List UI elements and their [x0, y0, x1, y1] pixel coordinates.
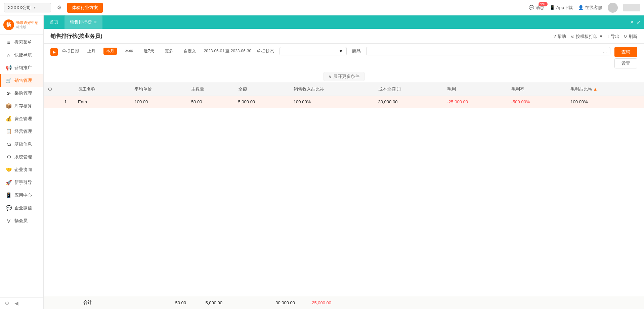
- sidebar-icon-enterprise: 🤝: [6, 167, 12, 173]
- message-icon: 💬: [529, 5, 534, 10]
- maximize-icon[interactable]: ⤢: [637, 19, 641, 25]
- sidebar-icon-search-orders: ≡: [6, 40, 12, 45]
- sidebar-item-operations[interactable]: 📋 经营管理: [0, 125, 43, 138]
- sidebar-bottom: ⚙ ◀: [0, 297, 43, 309]
- trial-button[interactable]: 体验行业方案: [67, 3, 103, 13]
- main-area: 畅 畅康通好生意 标准版 ≡ 搜索菜单 ⌂ 快捷导航 📢 营销推广 🛒 销售管理…: [0, 15, 644, 309]
- table-header: ⚙ 员工名称 平均单价 主数量 全额 销售收入占比% 成本全额 ⓘ: [44, 83, 644, 96]
- refresh-btn[interactable]: ↻ 刷新: [624, 34, 637, 40]
- sidebar-item-marketing[interactable]: 📢 营销推广: [0, 61, 43, 74]
- app-download-label: App下载: [556, 5, 573, 11]
- row-employee: Eam: [74, 96, 130, 108]
- sidebar-item-search-orders[interactable]: ≡ 搜索菜单: [0, 36, 43, 49]
- settings-bottom-icon[interactable]: ⚙: [5, 300, 9, 306]
- sidebar-item-purchase-mgmt[interactable]: 🛍 采购管理: [0, 87, 43, 100]
- print-btn[interactable]: 🖨 按模板打印 ▼: [570, 34, 603, 40]
- message-badge: 99+: [539, 2, 548, 6]
- sidebar-label-app-center: 应用中心: [14, 192, 32, 198]
- date-option-7days[interactable]: 近7天: [141, 48, 157, 55]
- help-btn[interactable]: ? 帮助: [553, 34, 566, 40]
- sidebar-item-sys-mgmt[interactable]: ⚙ 系统管理: [0, 151, 43, 163]
- row-sales-pct: 100.00%: [290, 96, 374, 108]
- settings-button[interactable]: 设置: [614, 58, 637, 68]
- status-dropdown-icon: ▼: [339, 49, 343, 54]
- message-btn[interactable]: 💬 消息 99+: [529, 5, 544, 11]
- sidebar-icon-purchase-mgmt: 🛍: [6, 91, 12, 96]
- header-row: ⚙ 员工名称 平均单价 主数量 全额 销售收入占比% 成本全额 ⓘ: [44, 83, 644, 96]
- column-settings-icon[interactable]: ⚙: [48, 86, 52, 92]
- sidebar-item-guide[interactable]: 🚀 新手引导: [0, 176, 43, 189]
- date-option-last-month[interactable]: 上月: [85, 48, 98, 55]
- avatar-placeholder: [623, 4, 640, 11]
- filter-main-row: ▶ 单据日期 上月 本月 本年 近7天 更多: [50, 47, 637, 68]
- export-icon: ↑: [607, 34, 610, 39]
- expand-more-btn[interactable]: ∨ 展开更多条件: [324, 72, 364, 81]
- sidebar-label-purchase-mgmt: 采购管理: [14, 90, 32, 96]
- company-selector[interactable]: XXXXX公司 ▼: [4, 3, 51, 12]
- sidebar-item-base-info[interactable]: 🗂 基础信息: [0, 138, 43, 151]
- th-settings[interactable]: ⚙: [44, 83, 57, 96]
- sidebar-icon-marketing: 📢: [6, 65, 12, 71]
- filter-row-1: 单据日期 上月 本月 本年 近7天 更多 自定义 2023-06-01 至 20…: [62, 47, 610, 55]
- date-option-custom[interactable]: 自定义: [181, 48, 199, 55]
- close-window-icon[interactable]: ✕: [630, 19, 634, 25]
- table-body: 1 Eam 100.00 50.00 5,000.00 100.00% 30,0…: [44, 96, 644, 108]
- sidebar-icon-sales-mgmt: 🛒: [6, 78, 12, 84]
- tab-home[interactable]: 首页: [44, 15, 65, 29]
- footer-cost: 30,000.00: [261, 300, 295, 305]
- online-service-btn[interactable]: 👤 在线客服: [578, 5, 602, 11]
- print-dropdown-icon[interactable]: ▼: [599, 34, 603, 39]
- sidebar-icon-quick-nav: ⌂: [6, 52, 12, 58]
- sidebar-item-finance[interactable]: 💰 资金管理: [0, 112, 43, 125]
- cost-info-icon[interactable]: ⓘ: [397, 87, 401, 92]
- goods-input[interactable]: ...: [366, 47, 610, 55]
- row-avg-price: 100.00: [130, 96, 187, 108]
- sidebar-item-inventory[interactable]: 📦 库存核算: [0, 100, 43, 112]
- sidebar-icon-base-info: 🗂: [6, 142, 12, 147]
- query-button[interactable]: 查询: [614, 47, 637, 57]
- sidebar-icon-inventory: 📦: [6, 103, 12, 109]
- date-option-this-month[interactable]: 本月: [103, 48, 117, 55]
- logo-icon: 畅: [3, 19, 14, 30]
- sidebar-items: ≡ 搜索菜单 ⌂ 快捷导航 📢 营销推广 🛒 销售管理 🛍 采购管理 📦 库存核…: [0, 35, 43, 297]
- goods-label: 商品: [352, 48, 361, 54]
- filter-expand-arrow[interactable]: ▶: [50, 47, 58, 56]
- sidebar-label-enterprise: 企业协同: [14, 167, 32, 173]
- sidebar-item-app-center[interactable]: 📱 应用中心: [0, 189, 43, 202]
- avatar[interactable]: [608, 3, 618, 13]
- expand-label: 展开更多条件: [333, 73, 359, 80]
- status-select[interactable]: ▼: [280, 47, 347, 55]
- sidebar-icon-finance: 💰: [6, 116, 12, 122]
- sidebar-label-inventory: 库存核算: [14, 103, 32, 109]
- logo-main-text: 畅康通好生意: [16, 20, 38, 25]
- collapse-icon[interactable]: ◀: [14, 300, 18, 306]
- export-btn[interactable]: ↑ 导出: [607, 34, 620, 40]
- service-icon: 👤: [578, 5, 584, 10]
- sidebar-label-finance: 资金管理: [14, 116, 32, 122]
- tab-close-icon[interactable]: ✕: [94, 20, 97, 24]
- date-option-more[interactable]: 更多: [162, 48, 176, 55]
- chevron-down-icon: ▼: [33, 6, 36, 9]
- row-gross-pct: 100.00%: [566, 96, 644, 108]
- sidebar-label-quick-nav: 快捷导航: [14, 52, 32, 58]
- date-option-this-year[interactable]: 本年: [122, 48, 136, 55]
- sidebar-item-wechat[interactable]: 💬 企业微信: [0, 202, 43, 214]
- sidebar-item-quick-nav[interactable]: ⌂ 快捷导航: [0, 49, 43, 61]
- sidebar-label-member: 畅会员: [14, 218, 28, 224]
- app-download-btn[interactable]: 📱 App下载: [550, 5, 573, 11]
- tab-sales-ranking[interactable]: 销售排行榜 ✕: [65, 15, 102, 29]
- gross-pct-icon[interactable]: ▲: [593, 87, 598, 92]
- filter-toggle-btn[interactable]: ▶: [50, 48, 58, 56]
- row-cost: 30,000.00: [374, 96, 443, 108]
- refresh-icon: ↻: [624, 34, 627, 39]
- sidebar-item-sales-mgmt[interactable]: 🛒 销售管理: [0, 74, 43, 87]
- page-content: 销售排行榜(按业务员) ? 帮助 🖨 按模板打印 ▼ ↑: [44, 29, 644, 309]
- sidebar-label-operations: 经营管理: [14, 128, 32, 135]
- top-bar: XXXXX公司 ▼ ⚙ 体验行业方案 💬 消息 99+ 📱 App下载 👤 在线…: [0, 0, 644, 15]
- sidebar-item-member[interactable]: V 畅会员: [0, 214, 43, 227]
- filter-section: ▶ 单据日期 上月 本月 本年 近7天 更多: [44, 44, 644, 83]
- settings-icon-btn[interactable]: ⚙: [54, 3, 64, 12]
- sidebar-item-enterprise[interactable]: 🤝 企业协同: [0, 163, 43, 176]
- table-row[interactable]: 1 Eam 100.00 50.00 5,000.00 100.00% 30,0…: [44, 96, 644, 108]
- print-icon: 🖨: [570, 34, 574, 39]
